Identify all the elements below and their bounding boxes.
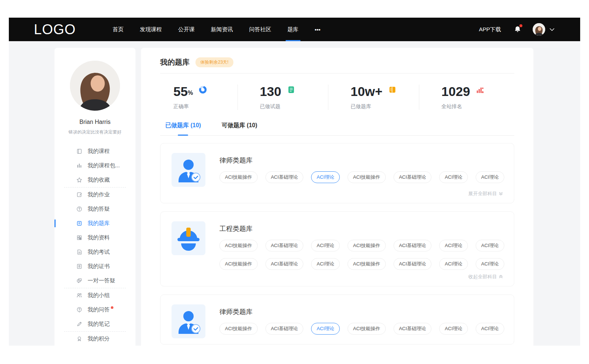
subject-tag[interactable]: ACI理论 xyxy=(476,258,504,270)
subject-tag[interactable]: ACI技能操作 xyxy=(219,171,258,183)
subject-tag[interactable]: ACI理论 xyxy=(439,258,468,270)
subject-tag[interactable]: ACI理论 xyxy=(311,258,340,270)
bank-title[interactable]: 工程类题库 xyxy=(219,224,503,233)
chevron-down-icon[interactable] xyxy=(550,28,554,31)
expand-all-link[interactable]: 展开全部科目 xyxy=(172,190,503,197)
collapse-all-link[interactable]: 收起全部科目 xyxy=(172,274,503,280)
stat-banks-done: 10w+ 已做题库 xyxy=(328,85,419,110)
subject-tag[interactable]: ACI基础理论 xyxy=(265,323,304,335)
user-avatar[interactable] xyxy=(533,23,545,36)
subject-tag[interactable]: ACI理论 xyxy=(439,171,468,183)
avatar-photo-icon xyxy=(533,23,545,36)
stat-questions-done: 130 已做试题 xyxy=(237,85,328,110)
star-icon xyxy=(76,177,82,183)
cert-icon xyxy=(76,263,82,270)
lawyer-thumb xyxy=(172,153,205,187)
stat-accuracy: 55 % 正确率 xyxy=(160,85,237,110)
sidebar: Brian Harris 错误的决定比没有决定要好 我的课程 我的课程包... xyxy=(54,48,135,346)
sidebar-item-my-points[interactable]: 我的积分 xyxy=(54,332,135,346)
bars-icon xyxy=(76,163,82,169)
subject-tag[interactable]: ACI理论 xyxy=(439,323,468,335)
sidebar-item-my-exams[interactable]: 我的考试 xyxy=(54,245,135,259)
logo[interactable]: LOGO xyxy=(34,22,76,36)
engineer-thumb xyxy=(172,221,205,255)
subject-tag[interactable]: ACI基础理论 xyxy=(394,240,432,251)
subject-tag[interactable]: ACI技能操作 xyxy=(348,240,386,251)
subject-tag[interactable]: ACI技能操作 xyxy=(348,258,386,270)
nav-home[interactable]: 首页 xyxy=(105,18,132,41)
helmet-icon xyxy=(172,221,205,255)
sidebar-item-my-question-bank[interactable]: 我的题库 xyxy=(54,216,135,231)
sidebar-item-my-course-packages[interactable]: 我的课程包... xyxy=(54,158,135,173)
ask-icon xyxy=(76,307,82,313)
portrait-icon xyxy=(70,61,120,111)
chats-icon xyxy=(76,278,82,284)
subject-tag[interactable]: ACI基础理论 xyxy=(265,240,304,251)
double-chevron-up-icon xyxy=(499,275,503,279)
nav-qa-community[interactable]: 问答社区 xyxy=(241,18,279,41)
bank-card-lawyer-1: 律师类题库 ACI技能操作ACI基础理论ACI理论ACI技能操作ACI基础理论A… xyxy=(160,143,514,203)
sidebar-item-my-favorites[interactable]: 我的收藏 xyxy=(54,173,135,187)
subject-tag[interactable]: ACI理论 xyxy=(439,240,468,251)
subject-tag[interactable]: ACI理论 xyxy=(311,323,340,335)
rank-chart-icon xyxy=(476,86,484,94)
subject-tag[interactable]: ACI基础理论 xyxy=(265,171,304,183)
subject-tag[interactable]: ACI基础理论 xyxy=(394,323,432,335)
subject-tag[interactable]: ACI技能操作 xyxy=(348,171,386,183)
sidebar-item-my-answers[interactable]: 我的答疑 xyxy=(54,202,135,216)
nav-open-courses[interactable]: 公开课 xyxy=(170,18,203,41)
page-body: Brian Harris 错误的决定比没有决定要好 我的课程 我的课程包... xyxy=(9,41,580,346)
bank-title[interactable]: 律师类题库 xyxy=(219,307,503,316)
lawyer-icon xyxy=(172,304,205,338)
subject-tag[interactable]: ACI理论 xyxy=(311,171,340,183)
app-download-link[interactable]: APP下载 xyxy=(479,26,501,33)
paper-icon xyxy=(287,86,295,94)
subject-tag[interactable]: ACI理论 xyxy=(476,323,504,335)
grid-icon xyxy=(76,235,82,241)
main-panel: 我的题库 体验剩余23天! 55 % 正确率 130 xyxy=(141,48,533,346)
bank-title[interactable]: 律师类题库 xyxy=(219,156,503,165)
profile-motto: 错误的决定比没有决定要好 xyxy=(54,129,135,135)
subject-tag[interactable]: ACI技能操作 xyxy=(219,240,258,251)
lawyer-thumb xyxy=(172,304,205,338)
nav-more[interactable]: ••• xyxy=(307,18,329,41)
profile-photo xyxy=(70,61,120,111)
sidebar-item-my-certificates[interactable]: 我的证书 xyxy=(54,259,135,274)
subject-tag[interactable]: ACI理论 xyxy=(476,240,504,251)
subject-tag[interactable]: ACI技能操作 xyxy=(348,323,386,335)
sidebar-item-my-notes[interactable]: 我的笔记 xyxy=(54,317,135,331)
sidebar-item-my-materials[interactable]: 我的资料 xyxy=(54,231,135,245)
sidebar-item-my-groups[interactable]: 我的小组 xyxy=(54,288,135,303)
profile-name: Brian Harris xyxy=(54,119,135,125)
note-icon xyxy=(76,321,82,328)
subject-tag[interactable]: ACI技能操作 xyxy=(219,323,258,335)
double-chevron-down-icon xyxy=(499,192,503,196)
tab-done-banks[interactable]: 已做题库 (10) xyxy=(165,122,201,129)
sidebar-item-one-on-one-qa[interactable]: 一对一答疑 xyxy=(54,274,135,288)
sidebar-item-my-courses[interactable]: 我的课程 xyxy=(54,144,135,158)
subject-tag[interactable]: ACI理论 xyxy=(476,171,504,183)
sidebar-item-my-homework[interactable]: 我的作业 xyxy=(54,188,135,202)
sidebar-item-my-questions[interactable]: 我的问答 xyxy=(54,303,135,317)
bell-icon xyxy=(514,29,522,35)
edit-icon xyxy=(76,192,82,198)
subject-tag[interactable]: ACI技能操作 xyxy=(219,258,258,270)
subject-tag[interactable]: ACI基础理论 xyxy=(265,258,304,270)
nav-links: 首页 发现课程 公开课 新闻资讯 问答社区 题库 ••• xyxy=(105,18,329,41)
bank-card-lawyer-2: 律师类题库 ACI技能操作ACI基础理论ACI理论ACI技能操作ACI基础理论A… xyxy=(160,295,514,345)
subject-tag-row: ACI技能操作ACI基础理论ACI理论ACI技能操作ACI基础理论ACI理论AC… xyxy=(219,240,503,251)
bank-card-engineering: 工程类题库 ACI技能操作ACI基础理论ACI理论ACI技能操作ACI基础理论A… xyxy=(160,211,514,286)
subject-tag[interactable]: ACI基础理论 xyxy=(394,171,432,183)
nav-question-bank[interactable]: 题库 xyxy=(279,18,307,41)
bank-icon xyxy=(76,220,82,227)
doc-icon xyxy=(76,249,82,256)
unread-dot xyxy=(111,306,113,309)
notifications-bell-icon[interactable] xyxy=(514,25,522,34)
book-icon xyxy=(76,148,82,155)
nav-discover-courses[interactable]: 发现课程 xyxy=(132,18,170,41)
subject-tag[interactable]: ACI基础理论 xyxy=(394,258,432,270)
nav-right-cluster: APP下载 xyxy=(479,23,554,36)
nav-news[interactable]: 新闻资讯 xyxy=(203,18,241,41)
tab-available-banks[interactable]: 可做题库 (10) xyxy=(222,122,257,129)
subject-tag[interactable]: ACI理论 xyxy=(311,240,340,251)
